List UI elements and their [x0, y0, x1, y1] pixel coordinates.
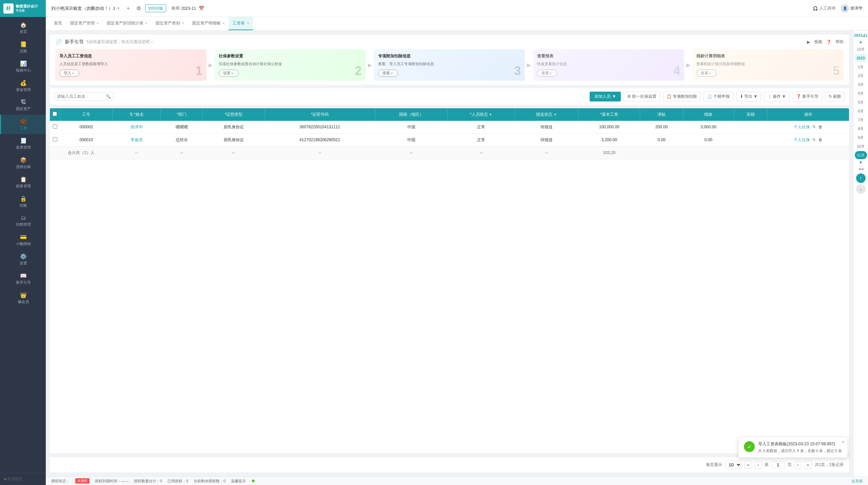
row2-id-type: 居民身份证 [203, 133, 264, 146]
row1-delete-icon[interactable]: 🗑 [818, 125, 823, 129]
tab-categories[interactable]: 固定资产类别 × [152, 17, 188, 30]
reports-icon: 📊 [20, 60, 27, 67]
sidebar-item-closing[interactable]: 🔒 结账 [0, 192, 46, 211]
tab-detail[interactable]: 固定资产明细账 × [188, 17, 229, 30]
send-filter-icon[interactable]: ▼ [554, 113, 557, 116]
sidebar-item-inventory[interactable]: 📦 进销台账 [0, 153, 46, 173]
add-account-button[interactable]: ＋ [124, 4, 132, 13]
add-employee-button[interactable]: 添加人员 ▼ [590, 92, 621, 101]
select-all-checkbox[interactable] [53, 112, 57, 116]
sidebar-item-reports[interactable]: 📊 报表中心 [0, 57, 46, 76]
tab-fixed-assets-close[interactable]: × [97, 21, 99, 25]
charge-link[interactable]: 去充值 [851, 479, 863, 484]
rp-month-10[interactable]: 10月 [855, 142, 867, 150]
row2-id: 000010 [60, 133, 113, 146]
status-filter-icon[interactable]: ▼ [489, 113, 492, 116]
rp-month-4[interactable]: 4月 [855, 89, 867, 97]
tab-home-label: 首页 [54, 20, 62, 26]
page-size-select[interactable]: 10 20 50 [725, 461, 742, 469]
sidebar-item-expense[interactable]: 💳 小畅报销 [0, 230, 46, 250]
row2-name-link[interactable]: 李俊杰 [131, 137, 143, 142]
wizard-step-5-btn[interactable]: 查看＞ [696, 70, 716, 77]
row1-edit-icon[interactable]: ✎ [812, 125, 816, 129]
row2-checkbox[interactable] [53, 137, 57, 142]
row2-edit-icon[interactable]: ✎ [812, 137, 816, 142]
row1-name-link[interactable]: 徐泽华 [131, 125, 143, 129]
wizard-help-label[interactable]: 帮助 [835, 39, 844, 45]
rp-down-button[interactable]: ▼ [858, 160, 864, 166]
customer-service[interactable]: 🎧 人工咨询 [813, 5, 835, 11]
rp-action-icon-1[interactable]: ↑ [856, 173, 866, 183]
sidebar-item-funds[interactable]: 💰 资金管理 [0, 76, 46, 96]
row1-checkbox[interactable] [53, 124, 57, 129]
last-page-button[interactable]: » [804, 461, 812, 469]
sidebar: 好 畅捷通好会计 专业版 🏠 首页 📒 总账 📊 报表中心 💰 资金管理 🏗 固… [0, 0, 46, 485]
tab-depreciation-close[interactable]: × [145, 21, 147, 25]
sidebar-journal-label: 总账 [20, 49, 27, 54]
tab-salary-close[interactable]: × [247, 21, 249, 25]
calendar-icon[interactable]: 📅 [197, 5, 205, 12]
rp-month-12[interactable]: 12月 [855, 45, 867, 53]
rp-year-2023[interactable]: 2023 [855, 54, 867, 62]
sidebar-item-member[interactable]: 👑 畅会员 [0, 288, 46, 308]
wizard-step-5-desc: 查看税款计算过程及明细数据 [696, 61, 840, 67]
tab-salary-label: 工资表 [233, 20, 245, 26]
wizard-step-1-btn[interactable]: 导入＞ [59, 70, 79, 77]
row2-delete-icon[interactable]: 🗑 [818, 137, 823, 142]
sidebar-item-tax[interactable]: 📋 税务管理 [0, 173, 46, 192]
rp-action-icon-2[interactable]: ↓ [856, 184, 866, 194]
sidebar-item-journal[interactable]: 📒 总账 [0, 38, 46, 57]
social-insurance-button[interactable]: ⚙ 统一社保设置 [624, 92, 660, 101]
actions-button[interactable]: ⋮ 操作 ▼ [764, 92, 790, 101]
export-button[interactable]: ⬇ 导出 ▼ [736, 92, 761, 101]
rp-month-1[interactable]: 1月 [855, 63, 867, 71]
next-page-button[interactable]: › [794, 461, 801, 469]
tab-depreciation[interactable]: 固定资产折旧统计表 × [103, 17, 152, 30]
wizard-step-3-btn[interactable]: 查看＞ [378, 70, 398, 77]
account-selector[interactable]: 刘小艳演示账套（勿删勿动！）1 ▼ [51, 5, 120, 12]
row1-social-link[interactable]: 个人社保 [794, 125, 810, 129]
settings-button[interactable]: ⚙ [135, 4, 142, 12]
tab-categories-close[interactable]: × [182, 21, 184, 25]
first-page-button[interactable]: « [744, 461, 752, 469]
sidebar-item-fixed-assets[interactable]: 🏗 固定资产 [0, 96, 46, 115]
wizard-step-4-btn[interactable]: 查看＞ [537, 70, 557, 77]
sidebar-item-settings[interactable]: ⚙️ 设置 [0, 250, 46, 269]
deduction-button[interactable]: 📋 专项附加扣除 [663, 92, 701, 101]
rp-month-2[interactable]: 2月 [855, 72, 867, 80]
user-menu[interactable]: 👤 徐泽华 [841, 4, 863, 13]
tab-fixed-assets[interactable]: 固定资产管理 × [66, 17, 103, 30]
name-sort-icon[interactable]: ⇅ [130, 112, 133, 117]
rp-month-7[interactable]: 7月 [855, 116, 867, 124]
sidebar-item-invoice[interactable]: 🧾 发票管理 [0, 134, 46, 153]
rp-month-6[interactable]: 6月 [855, 107, 867, 115]
tab-home[interactable]: 首页 [50, 17, 66, 30]
rp-month-5[interactable]: 5月 [855, 98, 867, 106]
sidebar-unpin[interactable]: ◀ 取消固定 [0, 473, 46, 485]
sidebar-item-archive[interactable]: 🗂 归档管理 [0, 211, 46, 230]
rp-month-3[interactable]: 3月 [855, 80, 867, 89]
rp-month-9[interactable]: 9月 [855, 133, 867, 142]
tab-detail-close[interactable]: × [223, 21, 225, 25]
refresh-button[interactable]: ↻ 刷新 [825, 92, 845, 101]
rp-up-button[interactable]: ▲ [858, 39, 864, 45]
wizard-video-label[interactable]: 视频 [814, 39, 822, 45]
search-icon[interactable]: 🔍 [106, 94, 111, 99]
version-switch-button[interactable]: 切到旧版 [145, 4, 166, 12]
toast-close-button[interactable]: × [842, 439, 845, 445]
wizard-guide-button[interactable]: ❓ 新手引导 [792, 92, 822, 101]
rp-month-8[interactable]: 8月 [855, 125, 867, 133]
prev-page-button[interactable]: ‹ [755, 461, 762, 469]
rp-month-11[interactable]: 11月 [855, 151, 867, 159]
page-number-input[interactable] [771, 461, 785, 468]
sidebar-item-home[interactable]: 🏠 首页 [0, 18, 46, 38]
sidebar-item-salary[interactable]: 💼 工资 [0, 115, 46, 134]
wizard-step-2-btn[interactable]: 设置＞ [219, 70, 239, 77]
rp-expand-icon[interactable]: ◀◀ [858, 166, 864, 172]
row2-social-link[interactable]: 个人社保 [794, 137, 810, 142]
search-input[interactable] [57, 94, 104, 99]
sidebar-item-guide[interactable]: 📖 新手引导 [0, 269, 46, 288]
tax-report-button[interactable]: 🧾 个税申报 [704, 92, 733, 101]
tab-salary[interactable]: 工资表 × [229, 17, 253, 30]
deduction-label: 专项附加扣除 [673, 94, 697, 99]
